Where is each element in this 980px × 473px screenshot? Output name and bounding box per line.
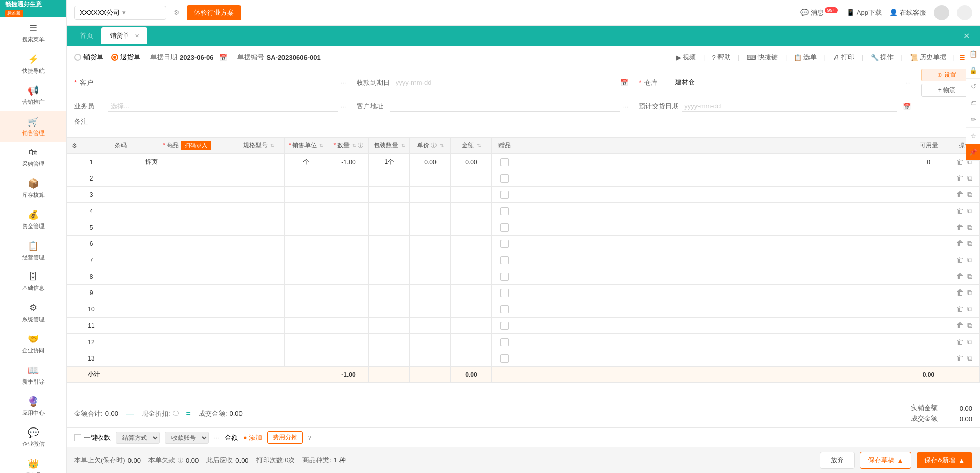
sidebar-item-2[interactable]: 📢营销推广 bbox=[0, 80, 66, 111]
cell-spec-2[interactable] bbox=[233, 187, 285, 203]
settings-gear-icon[interactable]: ⚙ bbox=[171, 7, 182, 18]
return-doc-radio[interactable]: 退货单 bbox=[111, 53, 140, 62]
cell-spec-6[interactable] bbox=[233, 252, 285, 268]
due-date-input[interactable] bbox=[393, 77, 615, 88]
print-btn[interactable]: 🖨 打印 bbox=[830, 51, 858, 63]
sidebar-item-13[interactable]: 💬企业微信 bbox=[0, 422, 66, 453]
sidebar-item-7[interactable]: 📋经营管理 bbox=[0, 235, 66, 266]
user-avatar-2[interactable] bbox=[957, 5, 972, 20]
cell-spec-4[interactable] bbox=[233, 219, 285, 236]
cell-barcode-10[interactable] bbox=[100, 318, 141, 334]
copy-row-btn-11[interactable]: ⧉ bbox=[966, 336, 973, 347]
copy-row-btn-8[interactable]: ⧉ bbox=[966, 287, 973, 298]
barcode-input-0[interactable] bbox=[104, 158, 137, 166]
delete-row-btn-1[interactable]: 🗑 bbox=[955, 173, 965, 183]
barcode-input-8[interactable] bbox=[104, 289, 137, 297]
cell-barcode-0[interactable] bbox=[100, 154, 141, 170]
cell-spec-1[interactable] bbox=[233, 170, 285, 187]
copy-row-btn-3[interactable]: ⧉ bbox=[966, 206, 973, 216]
help-btn[interactable]: ? 帮助 bbox=[709, 51, 733, 63]
copy-row-btn-6[interactable]: ⧉ bbox=[966, 255, 973, 265]
cell-qty-8[interactable] bbox=[328, 285, 369, 301]
payment-add-btn[interactable]: ● 添加 bbox=[243, 433, 262, 442]
cell-qty-1[interactable] bbox=[328, 170, 369, 187]
barcode-input-4[interactable] bbox=[104, 223, 137, 231]
cell-qty-12[interactable] bbox=[328, 350, 369, 367]
warehouse-input[interactable] bbox=[672, 77, 902, 88]
copy-row-btn-12[interactable]: ⧉ bbox=[966, 353, 973, 364]
payment-checkbox-wrapper[interactable]: 一键收款 bbox=[74, 433, 111, 442]
cell-qty-5[interactable] bbox=[328, 236, 369, 252]
delete-row-btn-5[interactable]: 🗑 bbox=[955, 238, 965, 249]
doc-settings-btn[interactable]: ⊙ 设置 bbox=[921, 69, 972, 81]
sidebar-item-11[interactable]: 📖新手引导 bbox=[0, 359, 66, 391]
cell-price-0[interactable]: 0.00 bbox=[410, 154, 451, 170]
cell-spec-8[interactable] bbox=[233, 285, 285, 301]
delivery-calendar-icon[interactable]: 📅 bbox=[903, 103, 911, 110]
warehouse-dots-btn[interactable]: ··· bbox=[905, 79, 911, 86]
copy-row-btn-10[interactable]: ⧉ bbox=[966, 320, 973, 331]
delivery-date-input[interactable] bbox=[682, 101, 897, 112]
sidebar-item-0[interactable]: ☰搜索菜单 bbox=[0, 17, 66, 49]
delete-row-btn-8[interactable]: 🗑 bbox=[955, 287, 965, 298]
sidebar-item-10[interactable]: 🤝企业协同 bbox=[0, 328, 66, 359]
cell-barcode-8[interactable] bbox=[100, 285, 141, 301]
cell-qty-10[interactable] bbox=[328, 318, 369, 334]
remarks-input[interactable] bbox=[108, 116, 972, 127]
cell-gift-1[interactable] bbox=[492, 170, 517, 187]
cell-gift-10[interactable] bbox=[492, 318, 517, 334]
cell-price-10[interactable] bbox=[410, 318, 451, 334]
app-download-btn[interactable]: 📱 App下载 bbox=[846, 8, 882, 17]
cell-spec-5[interactable] bbox=[233, 236, 285, 252]
cell-qty-6[interactable] bbox=[328, 252, 369, 268]
cell-price-2[interactable] bbox=[410, 187, 451, 203]
trial-btn[interactable]: 体验行业方案 bbox=[187, 5, 241, 20]
salesperson-dots-btn[interactable]: ··· bbox=[341, 103, 346, 110]
cell-barcode-9[interactable] bbox=[100, 301, 141, 318]
sidebar-item-8[interactable]: 🗄基础信息 bbox=[0, 266, 66, 297]
messages-btn[interactable]: 💬 消息 99+ bbox=[800, 8, 839, 17]
cell-gift-8[interactable] bbox=[492, 285, 517, 301]
sale-doc-radio[interactable]: 销货单 bbox=[74, 53, 103, 62]
copy-row-btn-1[interactable]: ⧉ bbox=[966, 173, 973, 184]
cell-spec-12[interactable] bbox=[233, 350, 285, 367]
shortcut-btn[interactable]: ⌨ 快捷键 bbox=[744, 51, 781, 63]
delete-row-btn-10[interactable]: 🗑 bbox=[955, 320, 965, 330]
sidebar-item-6[interactable]: 💰资金管理 bbox=[0, 204, 66, 235]
delete-row-btn-12[interactable]: 🗑 bbox=[955, 353, 965, 363]
cell-price-7[interactable] bbox=[410, 268, 451, 285]
payment-method-select[interactable]: 结算方式 bbox=[116, 432, 160, 444]
cell-gift-3[interactable] bbox=[492, 203, 517, 219]
side-panel-lock-btn[interactable]: 🔒 bbox=[966, 62, 980, 79]
delete-row-btn-11[interactable]: 🗑 bbox=[955, 336, 965, 347]
sidebar-item-12[interactable]: 🔮应用中心 bbox=[0, 391, 66, 422]
due-date-calendar-icon[interactable]: 📅 bbox=[620, 79, 628, 86]
save-new-btn[interactable]: 保存&新增 ▲ bbox=[917, 452, 972, 468]
side-panel-notes-btn[interactable]: 📋 bbox=[966, 46, 980, 62]
video-btn[interactable]: ▶ 视频 bbox=[673, 51, 699, 63]
cell-price-1[interactable] bbox=[410, 170, 451, 187]
cell-price-5[interactable] bbox=[410, 236, 451, 252]
cell-price-6[interactable] bbox=[410, 252, 451, 268]
cell-barcode-2[interactable] bbox=[100, 187, 141, 203]
payment-account-select[interactable]: 收款账号 bbox=[165, 432, 209, 444]
cell-price-9[interactable] bbox=[410, 301, 451, 318]
barcode-input-11[interactable] bbox=[104, 338, 137, 346]
cell-spec-11[interactable] bbox=[233, 334, 285, 350]
copy-row-btn-9[interactable]: ⧉ bbox=[966, 304, 973, 314]
sidebar-item-14[interactable]: 👑畅会员 bbox=[0, 453, 66, 473]
sidebar-item-5[interactable]: 📦库存核算 bbox=[0, 173, 66, 204]
cell-qty-11[interactable] bbox=[328, 334, 369, 350]
online-service-btn[interactable]: 👤 在线客服 bbox=[889, 8, 926, 17]
cell-barcode-7[interactable] bbox=[100, 268, 141, 285]
tab-home[interactable]: 首页 bbox=[72, 27, 101, 44]
barcode-input-1[interactable] bbox=[104, 174, 137, 182]
cell-gift-7[interactable] bbox=[492, 268, 517, 285]
scan-btn[interactable]: 扫码录入 bbox=[181, 141, 211, 150]
logistics-btn[interactable]: + 物流 bbox=[921, 84, 972, 97]
delete-row-btn-6[interactable]: 🗑 bbox=[955, 255, 965, 265]
copy-row-btn-4[interactable]: ⧉ bbox=[966, 222, 973, 233]
ops-btn[interactable]: 🔧 操作 bbox=[867, 51, 897, 63]
cell-barcode-12[interactable] bbox=[100, 350, 141, 367]
select-btn[interactable]: 📋 选单 bbox=[791, 51, 820, 63]
